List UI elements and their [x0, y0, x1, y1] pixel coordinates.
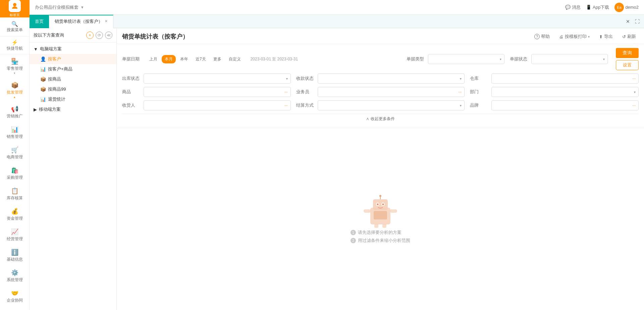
- warehouse-dots[interactable]: ···: [632, 76, 636, 81]
- by-goods-icon: 📦: [40, 76, 46, 82]
- retail-icon: 🏪: [11, 58, 18, 65]
- sidebar-item-shortcut[interactable]: ⚡ 快捷导航: [0, 37, 29, 54]
- out-status-input[interactable]: ▾: [144, 73, 291, 84]
- purchase-icon: 🛍️: [11, 167, 18, 174]
- sidebar-item-sales[interactable]: 📊 销售管理: [0, 122, 29, 143]
- svg-point-5: [377, 204, 379, 205]
- brand-input[interactable]: ···: [491, 100, 639, 110]
- help-btn[interactable]: ? 帮助: [532, 32, 552, 41]
- salesperson-input[interactable]: ···: [318, 87, 465, 97]
- sidebar-item-search[interactable]: 🔍 搜索菜单: [0, 17, 29, 37]
- user-profile[interactable]: Ea demo2: [614, 3, 639, 12]
- tree-child-goods99[interactable]: 📦 按商品99: [30, 84, 116, 94]
- print-btn[interactable]: 🖨 按模板打印 ▾: [556, 32, 592, 41]
- sidebar-item-newbie[interactable]: 🎯 新手引导: [0, 307, 29, 310]
- collapse-panel-btn[interactable]: ≪: [105, 32, 112, 39]
- receiver-dots[interactable]: ···: [284, 103, 288, 108]
- warehouse-label: 仓库: [470, 75, 489, 82]
- tree-mobile-parent[interactable]: ▶ 移动端方案: [30, 104, 116, 114]
- date-range-text: 2023-03-01 至 2023-03-31: [251, 56, 298, 62]
- goods-dots[interactable]: ···: [284, 90, 288, 94]
- svg-point-6: [382, 204, 384, 205]
- tree-pc-parent[interactable]: ▼ 电脑端方案: [30, 44, 116, 54]
- enterprise-icon: 🤝: [11, 290, 18, 297]
- add-scheme-btn[interactable]: +: [86, 32, 94, 39]
- salesperson-group: 业务员 ···: [296, 87, 465, 97]
- export-btn[interactable]: ⬆ 导出: [596, 32, 615, 41]
- svg-rect-10: [390, 209, 397, 213]
- ecommerce-icon: 🛒: [11, 146, 18, 154]
- message-btn[interactable]: 💬 消息: [565, 4, 581, 10]
- salesperson-dots[interactable]: ···: [458, 90, 462, 94]
- out-status-group: 出库状态 ▾: [122, 73, 291, 84]
- tab-close-all-btn[interactable]: ✕: [624, 17, 632, 25]
- print-dropdown-icon: ▾: [588, 35, 590, 39]
- tab-report-label: 销货单统计表（按客户）: [55, 18, 103, 24]
- sidebar-item-system[interactable]: ⚙️ 系统管理: [0, 266, 29, 286]
- tab-home-label: 首页: [35, 18, 44, 24]
- this-year-btn[interactable]: 本年: [177, 55, 191, 63]
- sidebar-item-inventory[interactable]: 📋 库存核算: [0, 184, 29, 204]
- goods-input[interactable]: ···: [144, 87, 291, 97]
- tab-close-icon[interactable]: ✕: [105, 19, 108, 23]
- tree-child-by-customer[interactable]: 👤 按客户: [30, 54, 116, 64]
- last-month-btn[interactable]: 上月: [146, 55, 160, 63]
- this-month-btn[interactable]: 本月: [162, 55, 176, 63]
- print-label: 按模板打印: [565, 34, 587, 40]
- sidebar-item-purchase[interactable]: 🛍️ 采购管理: [0, 163, 29, 184]
- left-panel-header: 按以下方案查询 + ⟳ ≪: [30, 28, 116, 43]
- tree-child-by-goods[interactable]: 📦 按商品: [30, 74, 116, 84]
- doc-status-arrow: ▾: [603, 57, 605, 61]
- empty-hints: 1 请先选择要分析的方案 2 用过滤条件来缩小分析范围: [351, 229, 410, 246]
- tab-expand-btn[interactable]: ⛶: [633, 17, 641, 25]
- basic-icon: ℹ️: [11, 249, 18, 256]
- sidebar-item-marketing[interactable]: 📢 营销推广: [0, 102, 29, 122]
- sidebar-wholesale-label: 批发管理: [7, 90, 23, 95]
- tree-child-customer-goods[interactable]: 📊 按客户+商品: [30, 64, 116, 74]
- receiver-input[interactable]: ···: [144, 100, 291, 110]
- tab-report[interactable]: 销货单统计表（按客户） ✕: [49, 15, 113, 28]
- sidebar-item-enterprise[interactable]: 🤝 企业协同: [0, 286, 29, 307]
- query-button[interactable]: 查询: [616, 48, 639, 58]
- app-download-btn[interactable]: 📱 App下载: [586, 4, 609, 10]
- warehouse-input[interactable]: ···: [491, 73, 639, 84]
- payment-status-input[interactable]: ▾: [318, 73, 465, 84]
- sidebar-item-basic[interactable]: ℹ️ 基础信息: [0, 245, 29, 266]
- payment-status-label: 收款状态: [296, 75, 315, 82]
- empty-state: 1 请先选择要分析的方案 2 用过滤条件来缩小分析范围: [117, 128, 644, 310]
- empty-hint-2: 2 用过滤条件来缩小分析范围: [351, 238, 410, 244]
- sidebar-retail-label: 零售管理: [7, 66, 23, 71]
- doc-type-input[interactable]: ▾: [428, 54, 504, 64]
- brand-dots[interactable]: ···: [632, 103, 636, 108]
- refresh-btn[interactable]: ↺ 刷新: [620, 32, 639, 41]
- settlement-input[interactable]: ▾: [318, 100, 465, 110]
- sidebar-item-ecommerce[interactable]: 🛒 电商管理: [0, 143, 29, 163]
- doc-status-input[interactable]: ▾: [531, 54, 608, 64]
- sidebar-item-finance[interactable]: 💰 资金管理: [0, 204, 29, 225]
- collapse-filter-btn[interactable]: ∧ 收起更多条件: [122, 114, 639, 124]
- sidebar-item-wholesale[interactable]: 📦 批发管理 ▴: [0, 78, 29, 102]
- operations-icon: 📈: [11, 228, 18, 236]
- more-btn[interactable]: 更多: [210, 55, 224, 63]
- mobile-scheme-label: 移动端方案: [39, 106, 61, 112]
- settings-button[interactable]: 设置: [616, 60, 639, 70]
- tab-home[interactable]: 首页: [30, 15, 49, 28]
- doc-type-arrow: ▾: [500, 57, 501, 61]
- brand-group: 品牌 ···: [470, 100, 639, 110]
- tree-child-returns[interactable]: 📊 退货统计: [30, 94, 116, 104]
- payment-status-group: 收款状态 ▾: [296, 73, 465, 84]
- page-title: 销货单统计表（按客户）: [122, 33, 189, 41]
- refresh-label: 刷新: [627, 34, 636, 40]
- dept-input[interactable]: ▾: [491, 87, 639, 97]
- sidebar-item-operations[interactable]: 📈 经营管理: [0, 225, 29, 245]
- query-action-btns: 查询 设置: [616, 48, 639, 70]
- header-dropdown-icon[interactable]: ▾: [81, 5, 84, 10]
- refresh-scheme-btn[interactable]: ⟳: [96, 32, 103, 39]
- marketing-icon: 📢: [11, 105, 18, 113]
- last7-btn[interactable]: 近7天: [193, 55, 209, 63]
- custom-btn[interactable]: 自定义: [226, 55, 244, 63]
- main-area: 办公用品行业模拟账套 ▾ 💬 消息 📱 App下载 Ea demo2 首页 销货…: [30, 0, 644, 310]
- sidebar-item-retail[interactable]: 🏪 零售管理 ▾: [0, 54, 29, 78]
- download-icon: 📱: [586, 5, 591, 10]
- sidebar-sales-label: 销售管理: [7, 134, 23, 140]
